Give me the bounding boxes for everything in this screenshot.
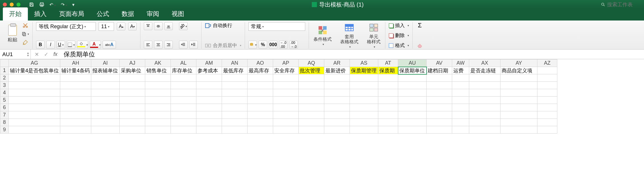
cell-AM3[interactable]	[196, 82, 222, 89]
cell-AY8[interactable]	[500, 119, 537, 126]
cell-AZ1[interactable]	[537, 67, 557, 74]
cell-AS2[interactable]	[350, 74, 378, 82]
cell-AY7[interactable]	[500, 111, 537, 119]
sheet-search[interactable]	[601, 2, 641, 8]
cell-AP7[interactable]	[273, 111, 299, 119]
increase-font-button[interactable]: A▴	[117, 22, 125, 30]
cell-AX1[interactable]: 是否走冻链	[469, 67, 500, 74]
cell-AW4[interactable]	[452, 89, 469, 97]
cell-AK1[interactable]: 销售单位	[145, 67, 171, 74]
row-header-6[interactable]: 6	[0, 104, 9, 111]
ribbon-tab-4[interactable]: 数据	[115, 7, 140, 21]
col-header-AJ[interactable]: AJ	[120, 60, 145, 67]
cell-AG7[interactable]	[9, 111, 60, 119]
col-header-AO[interactable]: AO	[248, 60, 273, 67]
cell-AH5[interactable]	[60, 97, 91, 104]
font-color-button[interactable]: A	[90, 41, 101, 49]
row-header-3[interactable]: 3	[0, 82, 9, 89]
cell-AT5[interactable]	[378, 97, 398, 104]
cell-AH4[interactable]	[60, 89, 91, 97]
cell-AS3[interactable]	[350, 82, 378, 89]
cell-AJ7[interactable]	[120, 111, 145, 119]
cell-AV9[interactable]	[427, 126, 452, 134]
cell-AV8[interactable]	[427, 119, 452, 126]
percent-button[interactable]: %	[259, 41, 267, 49]
cell-AI4[interactable]	[91, 89, 120, 97]
cell-AS1[interactable]: 保质期管理	[350, 67, 378, 74]
cell-AZ7[interactable]	[537, 111, 557, 119]
cell-AT8[interactable]	[378, 119, 398, 126]
cell-AY4[interactable]	[500, 89, 537, 97]
cell-AX4[interactable]	[469, 89, 500, 97]
ribbon-tab-5[interactable]: 审阅	[140, 7, 165, 21]
cell-AU2[interactable]	[398, 74, 427, 82]
align-middle-button[interactable]	[154, 22, 163, 30]
ribbon-tab-1[interactable]: 插入	[28, 7, 53, 21]
cell-AX7[interactable]	[469, 111, 500, 119]
cell-AX5[interactable]	[469, 97, 500, 104]
cell-AN3[interactable]	[222, 82, 248, 89]
cell-AM6[interactable]	[196, 104, 222, 111]
cell-AQ3[interactable]	[299, 82, 324, 89]
cell-AQ2[interactable]	[299, 74, 324, 82]
cell-AO8[interactable]	[248, 119, 273, 126]
row-header-9[interactable]: 9	[0, 126, 9, 134]
cell-AM4[interactable]	[196, 89, 222, 97]
cell-AW2[interactable]	[452, 74, 469, 82]
cell-AN4[interactable]	[222, 89, 248, 97]
cell-AG9[interactable]	[9, 126, 60, 134]
cell-AY2[interactable]	[500, 74, 537, 82]
col-header-AR[interactable]: AR	[324, 60, 350, 67]
bold-button[interactable]: B	[36, 41, 45, 49]
cell-AP3[interactable]	[273, 82, 299, 89]
cell-AR8[interactable]	[324, 119, 350, 126]
cell-AN2[interactable]	[222, 74, 248, 82]
align-bottom-button[interactable]	[164, 22, 173, 30]
cell-AI7[interactable]	[91, 111, 120, 119]
cell-AM9[interactable]	[196, 126, 222, 134]
cell-AQ9[interactable]	[299, 126, 324, 134]
align-top-button[interactable]	[144, 22, 152, 30]
cell-AT4[interactable]	[378, 89, 398, 97]
row-header-5[interactable]: 5	[0, 97, 9, 104]
cell-AI8[interactable]	[91, 119, 120, 126]
comma-button[interactable]: 000	[269, 41, 277, 49]
cell-AR1[interactable]: 最新进价	[324, 67, 350, 74]
cell-AJ1[interactable]: 采购单位	[120, 67, 145, 74]
cell-AS6[interactable]	[350, 104, 378, 111]
cell-AK9[interactable]	[145, 126, 171, 134]
underline-button[interactable]: U	[57, 41, 65, 49]
cell-AY3[interactable]	[500, 82, 537, 89]
col-header-AY[interactable]: AY	[500, 60, 537, 67]
italic-button[interactable]: I	[46, 41, 55, 49]
cell-AP8[interactable]	[273, 119, 299, 126]
cell-AK2[interactable]	[145, 74, 171, 82]
border-button[interactable]	[67, 41, 75, 49]
clear-button[interactable]	[416, 42, 423, 49]
cell-AJ2[interactable]	[120, 74, 145, 82]
cut-button[interactable]	[22, 22, 29, 28]
col-header-AW[interactable]: AW	[452, 60, 469, 67]
cell-AO7[interactable]	[248, 111, 273, 119]
cell-AP4[interactable]	[273, 89, 299, 97]
select-all-corner[interactable]	[0, 60, 9, 67]
cell-AO9[interactable]	[248, 126, 273, 134]
minimize-window-button[interactable]	[10, 3, 14, 7]
cell-AL4[interactable]	[171, 89, 196, 97]
cell-AN9[interactable]	[222, 126, 248, 134]
cell-AT3[interactable]	[378, 82, 398, 89]
cell-AI5[interactable]	[91, 97, 120, 104]
cell-AQ6[interactable]	[299, 104, 324, 111]
col-header-AX[interactable]: AX	[469, 60, 500, 67]
cell-AQ5[interactable]	[299, 97, 324, 104]
cell-AY5[interactable]	[500, 97, 537, 104]
cell-AU3[interactable]	[398, 82, 427, 89]
cell-AZ2[interactable]	[537, 74, 557, 82]
cell-AJ4[interactable]	[120, 89, 145, 97]
cell-AH8[interactable]	[60, 119, 91, 126]
cell-AJ6[interactable]	[120, 104, 145, 111]
ribbon-tab-0[interactable]: 开始	[3, 7, 28, 21]
cell-AM5[interactable]	[196, 97, 222, 104]
orientation-button[interactable]: ab	[179, 22, 188, 30]
cell-AX2[interactable]	[469, 74, 500, 82]
